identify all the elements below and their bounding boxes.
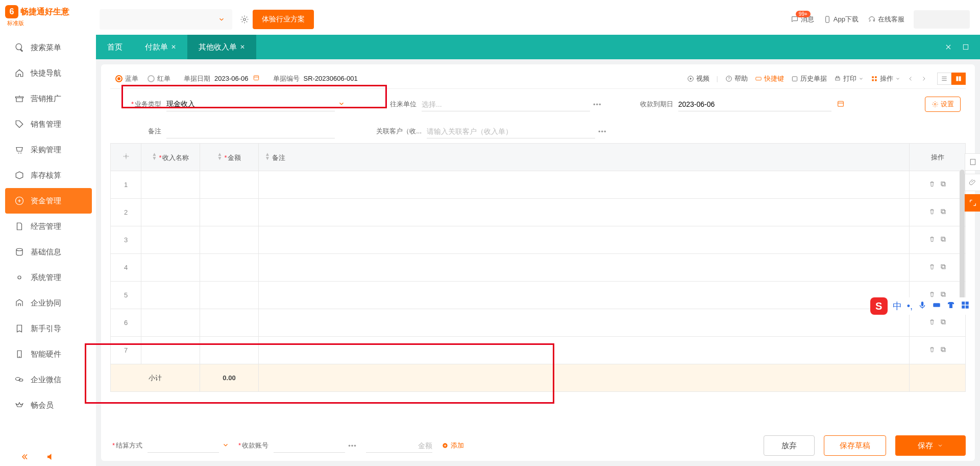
tab-close-icon[interactable] bbox=[942, 41, 954, 53]
ime-lang[interactable]: 中 bbox=[893, 300, 902, 312]
tab-0[interactable]: 首页 bbox=[96, 35, 134, 59]
sidebar-item-3[interactable]: 销售管理 bbox=[5, 111, 92, 137]
save-draft-button[interactable]: 保存草稿 bbox=[824, 435, 886, 456]
sidebar-item-11[interactable]: 新手引导 bbox=[5, 316, 92, 341]
tab-1[interactable]: 付款单✕ bbox=[134, 35, 187, 59]
collapse-icon[interactable] bbox=[19, 452, 29, 463]
settle-account-input[interactable] bbox=[274, 438, 345, 453]
copy-icon[interactable] bbox=[940, 237, 947, 244]
table-row[interactable]: 1 bbox=[111, 171, 966, 199]
col-remark[interactable]: ▲▼备注 bbox=[259, 144, 910, 171]
delete-icon[interactable] bbox=[928, 237, 936, 244]
table-row[interactable]: 2 bbox=[111, 199, 966, 226]
more-icon[interactable]: ••• bbox=[598, 128, 607, 135]
sidebar-item-10[interactable]: 企业协同 bbox=[5, 290, 92, 316]
ime-mic-icon[interactable] bbox=[918, 300, 927, 312]
try-industry-button[interactable]: 体验行业方案 bbox=[253, 10, 314, 29]
app-download-link[interactable]: App下载 bbox=[823, 15, 859, 24]
ops-tool[interactable]: 操作 bbox=[871, 74, 900, 83]
copy-icon[interactable] bbox=[940, 264, 947, 272]
related-customer-input[interactable] bbox=[427, 124, 595, 138]
save-button[interactable]: 保存 bbox=[895, 435, 966, 456]
messages-link[interactable]: 消息 99+ bbox=[791, 15, 814, 24]
close-icon[interactable]: ✕ bbox=[171, 43, 176, 51]
sidebar-item-12[interactable]: 智能硬件 bbox=[5, 341, 92, 367]
sidebar-item-2[interactable]: 营销推广 bbox=[5, 86, 92, 111]
copy-icon[interactable] bbox=[940, 209, 947, 217]
delete-icon[interactable] bbox=[928, 319, 936, 327]
sidebar-item-7[interactable]: 经营管理 bbox=[5, 214, 92, 239]
settle-amount-input[interactable] bbox=[366, 438, 432, 453]
sidebar-item-9[interactable]: 系统管理 bbox=[5, 265, 92, 290]
copy-icon[interactable] bbox=[940, 347, 947, 355]
table-row[interactable]: 5 bbox=[111, 282, 966, 309]
view-list-icon[interactable] bbox=[937, 73, 951, 85]
ime-punct-icon[interactable]: •, bbox=[907, 301, 913, 312]
sidebar-item-1[interactable]: 快捷导航 bbox=[5, 60, 92, 86]
col-amount[interactable]: ▲▼*金额 bbox=[200, 144, 259, 171]
calendar-icon[interactable] bbox=[837, 100, 845, 109]
delete-icon[interactable] bbox=[928, 264, 936, 272]
due-date-input[interactable] bbox=[678, 97, 831, 111]
close-icon[interactable]: ✕ bbox=[240, 43, 245, 51]
chevron-down-icon[interactable] bbox=[222, 441, 229, 450]
table-row[interactable]: 6 bbox=[111, 309, 966, 337]
next-icon[interactable] bbox=[921, 76, 927, 82]
ime-logo-icon[interactable]: S bbox=[870, 297, 888, 315]
more-icon[interactable]: ••• bbox=[593, 101, 602, 108]
tab-expand-icon[interactable] bbox=[960, 41, 972, 53]
settings-button[interactable]: 设置 bbox=[925, 97, 961, 112]
biz-type-input[interactable] bbox=[166, 97, 335, 111]
sidebar-item-4[interactable]: 采购管理 bbox=[5, 137, 92, 162]
brand-area: 6 畅捷通好生意 标准版 bbox=[5, 5, 94, 27]
copy-icon[interactable] bbox=[940, 319, 947, 327]
col-income-name[interactable]: ▲▼*收入名称 bbox=[141, 144, 200, 171]
more-icon[interactable]: ••• bbox=[348, 442, 357, 450]
radio-red[interactable]: 红单 bbox=[148, 74, 170, 83]
scrollbar[interactable] bbox=[960, 170, 965, 302]
sound-icon[interactable] bbox=[46, 452, 55, 463]
abandon-button[interactable]: 放弃 bbox=[764, 435, 815, 456]
hotkey-tool[interactable]: 快捷键 bbox=[755, 74, 784, 83]
rail-note-icon[interactable] bbox=[965, 153, 980, 171]
delete-icon[interactable] bbox=[928, 181, 936, 189]
rail-expand-icon[interactable] bbox=[965, 194, 980, 212]
doc-date-value[interactable]: 2023-06-06 bbox=[214, 75, 249, 82]
tab-2[interactable]: 其他收入单✕ bbox=[187, 35, 256, 59]
sidebar-item-5[interactable]: 库存核算 bbox=[5, 162, 92, 188]
settle-method-input[interactable] bbox=[148, 438, 219, 453]
video-tool[interactable]: 视频 bbox=[687, 74, 709, 83]
ime-skin-icon[interactable] bbox=[946, 300, 955, 312]
sidebar-item-6[interactable]: 资金管理 bbox=[5, 188, 92, 214]
delete-icon[interactable] bbox=[928, 347, 936, 355]
prev-icon[interactable] bbox=[908, 76, 914, 82]
print-tool[interactable]: 打印 bbox=[834, 74, 864, 83]
sidebar-item-0[interactable]: 搜索菜单 bbox=[5, 35, 92, 60]
copy-icon[interactable] bbox=[940, 181, 947, 189]
table-row[interactable]: 7 bbox=[111, 337, 966, 364]
sidebar-item-14[interactable]: 畅会员 bbox=[5, 392, 92, 418]
sidebar-item-8[interactable]: 基础信息 bbox=[5, 239, 92, 265]
org-selector[interactable] bbox=[100, 9, 232, 30]
delete-icon[interactable] bbox=[928, 209, 936, 217]
view-card-icon[interactable] bbox=[951, 73, 966, 85]
help-tool[interactable]: ?帮助 bbox=[725, 74, 748, 83]
table-row[interactable]: 4 bbox=[111, 254, 966, 282]
online-service-link[interactable]: 在线客服 bbox=[868, 15, 904, 24]
radio-blue[interactable]: 蓝单 bbox=[115, 74, 138, 83]
history-tool[interactable]: 历史单据 bbox=[791, 74, 827, 83]
ime-toolbox-icon[interactable] bbox=[961, 300, 970, 312]
partner-input[interactable] bbox=[422, 97, 590, 111]
guide-icon bbox=[14, 323, 24, 334]
add-settlement-link[interactable]: 添加 bbox=[442, 441, 464, 450]
table-row[interactable]: 3 bbox=[111, 226, 966, 254]
ime-keyboard-icon[interactable] bbox=[932, 300, 941, 312]
user-avatar[interactable] bbox=[914, 10, 970, 29]
settings-icon[interactable] bbox=[236, 11, 253, 28]
sidebar-item-13[interactable]: 企业微信 bbox=[5, 367, 92, 392]
calendar-icon[interactable] bbox=[253, 74, 260, 83]
remark-input[interactable] bbox=[166, 124, 335, 138]
col-gear[interactable] bbox=[111, 144, 141, 171]
chevron-down-icon[interactable] bbox=[338, 100, 345, 109]
rail-attach-icon[interactable] bbox=[965, 174, 980, 191]
